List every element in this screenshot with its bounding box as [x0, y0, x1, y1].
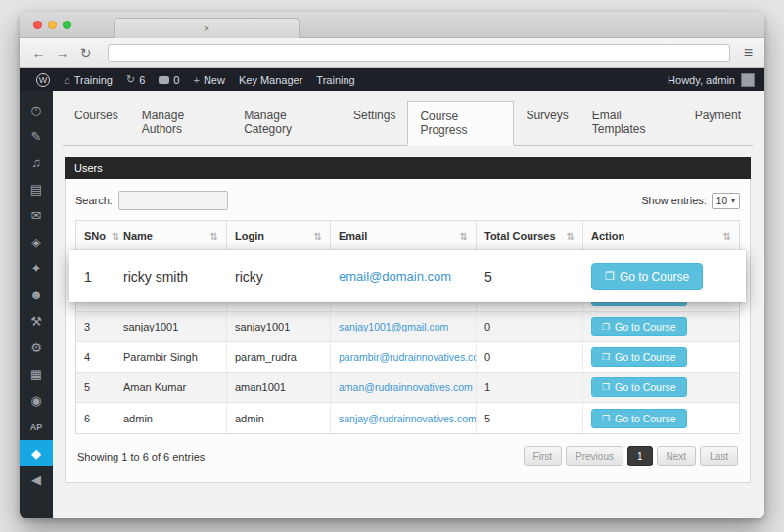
tab-email-templates[interactable]: Email Templates [580, 101, 683, 145]
cell-total: 5 [477, 269, 583, 285]
minimize-window-button[interactable] [48, 21, 57, 29]
header-name[interactable]: Name⇅ [115, 221, 227, 250]
sort-icon[interactable]: ⇅ [454, 231, 468, 242]
header-action[interactable]: Action⇅ [583, 221, 739, 250]
maximize-window-button[interactable] [63, 21, 71, 29]
browser-menu-icon[interactable]: ≡ [744, 44, 753, 62]
cell-login: admin [227, 403, 331, 433]
tab-courses[interactable]: Courses [63, 101, 130, 145]
collapse-icon: ◀ [31, 472, 41, 487]
email-link[interactable]: sanjay@rudrainnovatives.com [339, 413, 477, 424]
header-sno[interactable]: SNo⇅ [76, 221, 115, 250]
wp-admin-bar: W ⌂ Training ↻ 6 0 + New Key Manager Tra… [20, 68, 764, 91]
sort-icon[interactable]: ⇅ [561, 231, 575, 242]
tab-course-progress[interactable]: Course Progress [407, 101, 514, 146]
close-window-button[interactable] [33, 21, 42, 29]
entries-summary: Showing 1 to 6 of 6 entries [77, 451, 205, 463]
page-first-button[interactable]: First [524, 446, 562, 466]
sort-icon[interactable]: ⇅ [205, 231, 218, 242]
page-1-button[interactable]: 1 [627, 446, 653, 466]
table-row: 3 sanjay1001 sanjay1001 sanjay1001@gmail… [76, 312, 739, 342]
pagination: First Previous 1 Next Last [524, 446, 738, 466]
email-link[interactable]: parambir@rudrainnovatives.com [339, 351, 477, 363]
avatar [741, 73, 755, 87]
tab-payment[interactable]: Payment [683, 101, 753, 145]
new-content-menu[interactable]: + New [186, 68, 231, 91]
cell-email: aman@rudrainnovatives.com [331, 373, 477, 402]
cell-action: ❐Go to Course [583, 263, 746, 290]
ap-icon: AP [30, 422, 43, 432]
account-menu[interactable]: Howdy, admin [668, 73, 755, 87]
search-input[interactable] [118, 191, 228, 210]
updates-icon: ↻ [126, 73, 135, 86]
cell-sno: 1 [76, 269, 115, 285]
email-link[interactable]: email@domain.com [339, 269, 451, 284]
sidebar-item-collapse[interactable]: ◀ [20, 466, 53, 493]
page-next-button[interactable]: Next [657, 446, 697, 466]
address-bar[interactable] [108, 44, 730, 62]
email-link[interactable]: sanjay1001@gmail.com [339, 321, 448, 332]
key-manager-menu[interactable]: Key Manager [232, 68, 309, 91]
sidebar-item-media[interactable]: ♫ [20, 150, 53, 176]
refresh-icon[interactable]: ↻ [78, 45, 93, 61]
tab-settings[interactable]: Settings [342, 101, 407, 145]
back-icon[interactable]: ← [31, 45, 46, 61]
sort-icon[interactable]: ⇅ [308, 231, 322, 242]
table-row: 6 admin admin sanjay@rudrainnovatives.co… [76, 403, 739, 433]
tab-close-icon[interactable]: × [204, 23, 209, 34]
go-to-course-button[interactable]: ❐Go to Course [591, 347, 687, 367]
cell-action: ❐Go to Course [583, 342, 739, 372]
cell-email: parambir@rudrainnovatives.com [331, 342, 477, 372]
sidebar-item-ap[interactable]: AP [20, 414, 53, 440]
book-icon: ❐ [602, 382, 610, 392]
cell-name: sanjay1001 [115, 312, 227, 341]
site-name-menu[interactable]: ⌂ Training [57, 68, 119, 91]
header-login[interactable]: Login⇅ [227, 221, 331, 250]
sidebar-item-forms[interactable]: ▦ [20, 361, 53, 387]
go-to-course-button[interactable]: ❐Go to Course [591, 317, 687, 336]
sidebar-item-plugins[interactable]: ✦ [20, 255, 53, 282]
go-to-course-label: Go to Course [615, 351, 675, 363]
header-email[interactable]: Email⇅ [331, 221, 477, 250]
sidebar-item-feed[interactable]: ◉ [20, 387, 53, 414]
tab-manage-authors[interactable]: Manage Authors [130, 101, 233, 145]
comments-menu[interactable]: 0 [152, 68, 186, 91]
table-footer: Showing 1 to 6 of 6 entries First Previo… [75, 434, 740, 468]
show-entries: Show entries: 10 ▾ [641, 193, 740, 209]
browser-tab[interactable]: × [114, 18, 300, 38]
users-table: SNo⇅ Name⇅ Login⇅ Email⇅ Total Courses⇅ … [75, 220, 740, 434]
sidebar-item-appearance[interactable]: ◈ [20, 229, 53, 255]
go-to-course-button[interactable]: ❐Go to Course [591, 263, 703, 290]
graduation-cap-icon: ◆ [31, 446, 41, 461]
table-row: 5 Aman Kumar aman1001 aman@rudrainnovati… [76, 373, 739, 403]
new-label: New [204, 74, 225, 86]
sidebar-item-comments[interactable]: ✉ [20, 202, 53, 229]
email-link[interactable]: aman@rudrainnovatives.com [339, 381, 473, 393]
go-to-course-label: Go to Course [620, 270, 689, 284]
sidebar-item-users[interactable]: ☻ [20, 282, 53, 308]
main-content: Courses Manage Authors Manage Category S… [53, 91, 764, 518]
plugins-icon: ✦ [31, 261, 42, 276]
forward-icon[interactable]: → [55, 45, 69, 61]
sort-icon[interactable]: ⇅ [717, 231, 731, 242]
page-previous-button[interactable]: Previous [566, 446, 623, 466]
go-to-course-label: Go to Course [615, 381, 675, 393]
cell-total: 1 [477, 373, 583, 402]
sidebar-item-tools[interactable]: ⚒ [20, 308, 53, 334]
updates-menu[interactable]: ↻ 6 [119, 68, 152, 91]
sidebar-item-posts[interactable]: ✎ [20, 123, 53, 150]
settings-icon: ⚙ [30, 340, 42, 355]
sidebar-item-pages[interactable]: ▤ [20, 176, 53, 202]
sidebar-item-settings[interactable]: ⚙ [20, 334, 53, 361]
tab-surveys[interactable]: Surveys [514, 101, 579, 145]
wp-logo-menu[interactable]: W [29, 68, 57, 91]
go-to-course-button[interactable]: ❐Go to Course [591, 409, 687, 428]
training-menu[interactable]: Training [309, 68, 361, 91]
header-total-courses[interactable]: Total Courses⇅ [477, 221, 583, 250]
sidebar-item-lms[interactable]: ◆ [20, 440, 53, 466]
page-last-button[interactable]: Last [700, 446, 738, 466]
entries-select[interactable]: 10 ▾ [712, 193, 740, 209]
sidebar-item-dashboard[interactable]: ◷ [20, 97, 53, 123]
tab-manage-category[interactable]: Manage Category [232, 101, 342, 145]
go-to-course-button[interactable]: ❐Go to Course [591, 377, 687, 397]
